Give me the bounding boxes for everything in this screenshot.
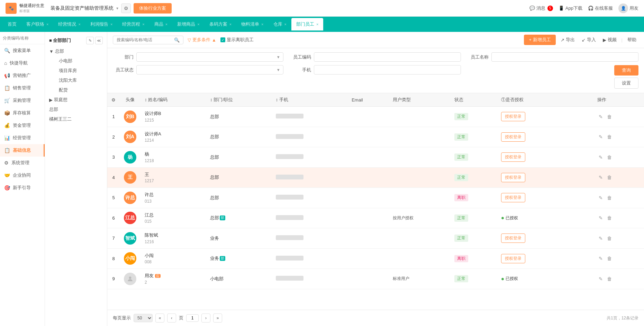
tab-operations[interactable]: 经营情况 × — [53, 18, 85, 30]
export-button[interactable]: ↗ 导出 — [559, 35, 577, 44]
dept-node-zongbu[interactable]: 总部 — [45, 105, 107, 114]
edit-button[interactable]: ✎ — [597, 275, 604, 282]
dept-node-label: 橘树王三二 — [49, 116, 72, 122]
sidebar-search-input[interactable] — [3, 36, 45, 41]
tab-barcode[interactable]: 条码方案 × — [205, 18, 236, 30]
close-icon[interactable]: × — [284, 22, 287, 26]
sidebar-item-search[interactable]: 🔍 搜索菜单 — [0, 44, 45, 57]
phone-input[interactable] — [314, 65, 461, 74]
sidebar-item-collab[interactable]: 🤝 企业协同 — [0, 169, 45, 182]
edit-button[interactable]: ✎ — [597, 194, 604, 201]
delete-button[interactable]: 🗑 — [606, 194, 613, 201]
delete-button[interactable]: 🗑 — [606, 214, 613, 221]
show-resigned-toggle[interactable]: ✓ 显示离职员工 — [220, 37, 254, 43]
sidebar-item-guide[interactable]: 🎯 新手引导 — [0, 182, 45, 194]
auth-login-button[interactable]: 授权登录 — [501, 132, 525, 142]
delete-button[interactable]: 🗑 — [606, 174, 613, 181]
dept-node-distribution[interactable]: 配货 — [48, 85, 107, 95]
delete-button[interactable]: 🗑 — [606, 275, 613, 282]
dept-collapse-button[interactable]: ≪ — [95, 37, 103, 44]
delete-button[interactable]: 🗑 — [606, 133, 613, 140]
import-button[interactable]: ↙ 导入 — [580, 35, 598, 44]
sidebar-item-quicknav[interactable]: ⌂ 快捷导航 — [0, 57, 45, 69]
sidebar-item-basic-info[interactable]: 📋 基础信息 — [0, 144, 45, 157]
status-filter-select[interactable]: ▾ — [136, 65, 283, 74]
settings-button[interactable]: ⚙ — [121, 3, 131, 13]
tab-history[interactable]: 经营历程 × — [117, 18, 149, 30]
view-button[interactable]: ▶ 视频 — [601, 35, 619, 44]
close-icon[interactable]: × — [78, 22, 80, 26]
close-icon[interactable]: × — [46, 22, 48, 26]
dept-node-headquarter[interactable]: ▼ 总部 — [45, 46, 107, 56]
sidebar-item-marketing[interactable]: 📢 营销推广 — [0, 69, 45, 82]
user-area[interactable]: 👤 用友 — [618, 3, 638, 13]
close-icon[interactable]: × — [316, 22, 318, 26]
close-icon[interactable]: × — [165, 22, 167, 26]
close-icon[interactable]: × — [197, 22, 199, 26]
dept-node-project-warehouse[interactable]: 项目库房 — [48, 66, 107, 76]
page-number-input[interactable] — [186, 314, 199, 322]
emp-name-input[interactable] — [491, 52, 638, 62]
close-icon[interactable]: × — [110, 22, 112, 26]
first-page-button[interactable]: « — [155, 314, 164, 323]
auth-login-button[interactable]: 授权登录 — [501, 193, 525, 202]
help-button[interactable]: 帮助 — [625, 35, 638, 44]
close-icon[interactable]: × — [142, 22, 144, 26]
per-page-select[interactable]: 50 20 100 — [134, 314, 153, 322]
last-page-button[interactable]: » — [213, 314, 222, 323]
dept-cell: 总部 — [206, 107, 271, 127]
edit-button[interactable]: ✎ — [597, 113, 604, 120]
online-service-button[interactable]: 🎧 在线客服 — [588, 5, 613, 11]
close-icon[interactable]: × — [229, 22, 232, 26]
tab-warehouse[interactable]: 仓库 × — [269, 18, 291, 30]
edit-button[interactable]: ✎ — [597, 174, 604, 181]
auth-login-button[interactable]: 授权登录 — [501, 254, 525, 263]
dept-node-small-elec[interactable]: 小电部 — [48, 56, 107, 66]
edit-button[interactable]: ✎ — [597, 154, 604, 161]
auth-login-button[interactable]: 授权登录 — [501, 234, 525, 243]
dept-edit-button[interactable]: ✎ — [86, 37, 94, 44]
tab-goods[interactable]: 商品 × — [149, 18, 172, 30]
tab-profit[interactable]: 利润报告 × — [85, 18, 117, 30]
auth-login-button[interactable]: 授权登录 — [501, 152, 525, 162]
dept-node-jushuwanger[interactable]: 橘树王三二 — [45, 114, 107, 124]
tab-bom[interactable]: 物料清单 × — [236, 18, 268, 30]
status-cell: 正常 — [450, 107, 497, 127]
tab-home[interactable]: 首页 — [3, 18, 21, 30]
dept-node-shuangtingxiang[interactable]: ▶ 双庭想 — [45, 95, 107, 105]
auth-login-button[interactable]: 授权登录 — [501, 173, 525, 182]
delete-button[interactable]: 🗑 — [606, 113, 613, 120]
tab-customer[interactable]: 客户联络 × — [21, 18, 53, 30]
dropdown-arrow-icon[interactable]: ▾ — [116, 6, 118, 11]
prev-page-button[interactable]: ‹ — [167, 314, 176, 323]
close-icon[interactable]: × — [261, 22, 263, 26]
delete-button[interactable]: 🗑 — [606, 235, 613, 242]
sidebar-item-business[interactable]: 📊 经营管理 — [0, 132, 45, 144]
edit-button[interactable]: ✎ — [597, 214, 604, 221]
sidebar-item-sales[interactable]: 📋 销售管理 — [0, 82, 45, 94]
next-page-button[interactable]: › — [201, 314, 210, 323]
app-download-button[interactable]: 📱 App下载 — [559, 5, 582, 11]
search-button[interactable]: 查询 — [614, 65, 638, 76]
edit-button[interactable]: ✎ — [597, 133, 604, 140]
dept-filter-select[interactable]: ▾ — [136, 52, 283, 62]
edit-button[interactable]: ✎ — [597, 255, 604, 262]
emp-code-input[interactable] — [314, 52, 461, 62]
add-employee-button[interactable]: + 新增员工 — [524, 35, 555, 45]
delete-button[interactable]: 🗑 — [606, 154, 613, 161]
delete-button[interactable]: 🗑 — [606, 255, 613, 262]
tab-new-goods[interactable]: 新增商品 × — [172, 18, 204, 30]
edit-button[interactable]: ✎ — [597, 235, 604, 242]
message-button[interactable]: 💬 消息 5 — [529, 5, 553, 11]
auth-login-button[interactable]: 授权登录 — [501, 112, 525, 121]
trial-button[interactable]: 体验行业方案 — [134, 3, 172, 14]
sidebar-item-finance[interactable]: 💰 资金管理 — [0, 119, 45, 132]
tab-employees[interactable]: 部门员工 × — [291, 18, 323, 30]
search-input[interactable] — [117, 37, 172, 42]
sidebar-item-inventory[interactable]: 📦 库存核算 — [0, 107, 45, 119]
sidebar-item-system[interactable]: ⚙ 系统管理 — [0, 157, 45, 169]
sidebar-item-purchase[interactable]: 🛒 采购管理 — [0, 94, 45, 107]
more-filter-button[interactable]: ▽ 更多条件 ▲ — [188, 37, 216, 43]
reset-button[interactable]: 设置 — [614, 78, 638, 89]
dept-node-shenyang[interactable]: 沈阳大库 — [48, 76, 107, 85]
